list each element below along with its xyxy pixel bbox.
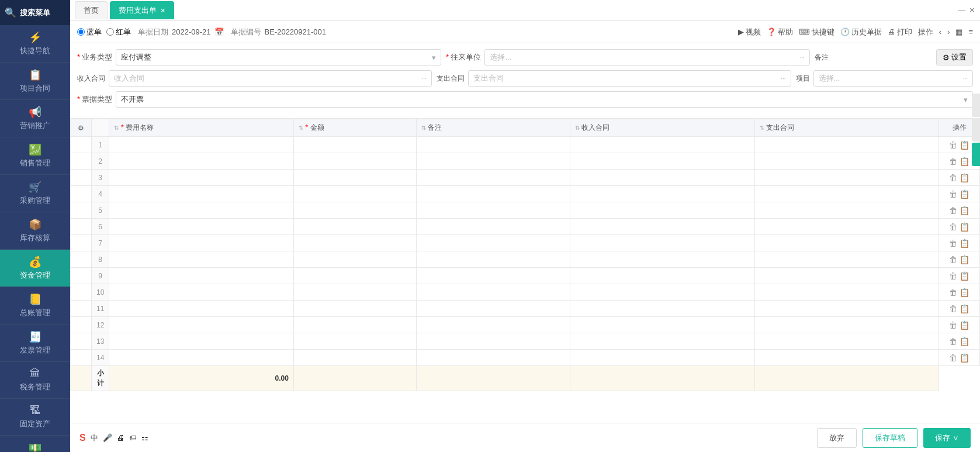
row-amount-9[interactable] [293,268,416,284]
draft-button[interactable]: 保存草稿 [863,428,917,448]
col-amount[interactable]: ⇅ * 金额 [293,119,416,137]
invoice-type-input[interactable]: 不开票 ▾ [116,91,973,108]
mic-icon[interactable]: 🎤 [103,433,112,442]
row-name-2[interactable] [109,153,293,170]
row-income-2[interactable] [570,153,754,170]
row-expense-11[interactable] [754,301,939,317]
row-name-12[interactable] [109,317,293,333]
row-amount-11[interactable] [293,301,416,317]
row-expense-4[interactable] [754,186,939,202]
row-amount-10[interactable] [293,284,416,301]
sidebar-item-project-contract[interactable]: 📋 项目合同 [0,63,70,100]
row-name-11[interactable] [109,301,293,317]
row-delete-8[interactable]: 🗑 [949,255,957,264]
row-name-7[interactable] [109,235,293,251]
row-note-5[interactable] [417,202,570,219]
sidebar-item-purchase[interactable]: 🛒 采购管理 [0,175,70,212]
row-note-14[interactable] [417,350,570,366]
shortcut-btn[interactable]: ⌨ 快捷键 [799,27,834,37]
row-amount-4[interactable] [293,186,416,202]
row-copy-14[interactable]: 📋 [960,353,969,363]
save-button[interactable]: 保存 ∨ [923,428,971,448]
row-expense-1[interactable] [754,137,939,153]
row-expense-12[interactable] [754,317,939,333]
calendar-icon[interactable]: 📅 [214,27,224,36]
project-input[interactable]: 选择... ··· [813,70,973,87]
target-icon[interactable]: 🏷 [129,433,137,442]
row-delete-3[interactable]: 🗑 [949,173,957,182]
row-name-5[interactable] [109,202,293,219]
list-view-btn[interactable]: ≡ [968,27,973,36]
row-note-12[interactable] [417,317,570,333]
row-expense-10[interactable] [754,284,939,301]
sidebar-item-fixed-assets[interactable]: 🏗 固定资产 [0,399,70,436]
row-copy-2[interactable]: 📋 [960,157,969,166]
row-expense-14[interactable] [754,350,939,366]
edge-tab-2[interactable] [972,118,980,142]
edge-tab-green[interactable] [972,143,980,166]
row-note-3[interactable] [417,170,570,186]
income-contract-input[interactable]: 收入合同 ··· [109,70,432,87]
radio-red[interactable]: 红单 [106,27,131,37]
row-expense-13[interactable] [754,333,939,350]
window-close[interactable]: ✕ [969,6,975,15]
row-amount-5[interactable] [293,202,416,219]
row-note-7[interactable] [417,235,570,251]
row-delete-9[interactable]: 🗑 [949,271,957,281]
row-expense-3[interactable] [754,170,939,186]
col-income-contract[interactable]: ⇅ 收入合同 [570,119,754,137]
row-name-6[interactable] [109,219,293,235]
row-income-12[interactable] [570,317,754,333]
row-name-3[interactable] [109,170,293,186]
row-delete-12[interactable]: 🗑 [949,320,957,330]
row-delete-6[interactable]: 🗑 [949,222,957,232]
row-copy-1[interactable]: 📋 [960,140,969,150]
row-delete-7[interactable]: 🗑 [949,239,957,248]
row-delete-10[interactable]: 🗑 [949,288,957,297]
row-delete-14[interactable]: 🗑 [949,353,957,363]
business-type-input[interactable]: 应付调整 ▾ [116,49,441,65]
print-btn[interactable]: 🖨 打印 [888,27,912,37]
row-copy-12[interactable]: 📋 [960,320,969,330]
row-amount-12[interactable] [293,317,416,333]
row-note-8[interactable] [417,251,570,268]
row-note-6[interactable] [417,219,570,235]
row-income-6[interactable] [570,219,754,235]
row-income-5[interactable] [570,202,754,219]
sidebar-item-salary[interactable]: 💵 工资 [0,436,70,452]
video-btn[interactable]: ▶ 视频 [738,27,761,37]
col-expense-contract[interactable]: ⇅ 支出合同 [754,119,939,137]
row-copy-5[interactable]: 📋 [960,206,969,215]
row-name-1[interactable] [109,137,293,153]
row-expense-5[interactable] [754,202,939,219]
sidebar-item-invoice[interactable]: 🧾 发票管理 [0,325,70,362]
sidebar-item-sales[interactable]: 💹 销售管理 [0,137,70,175]
radio-red-input[interactable] [106,28,114,36]
row-expense-7[interactable] [754,235,939,251]
sidebar-item-finance[interactable]: 💰 资金管理 [0,250,70,287]
row-copy-8[interactable]: 📋 [960,255,969,264]
row-note-1[interactable] [417,137,570,153]
edge-tab-1[interactable] [972,94,980,117]
row-income-3[interactable] [570,170,754,186]
row-copy-10[interactable]: 📋 [960,288,969,297]
row-copy-3[interactable]: 📋 [960,173,969,182]
row-income-13[interactable] [570,333,754,350]
row-delete-1[interactable]: 🗑 [949,140,957,150]
nav-next[interactable]: › [947,27,950,36]
row-amount-13[interactable] [293,333,416,350]
row-note-10[interactable] [417,284,570,301]
row-amount-7[interactable] [293,235,416,251]
col-note[interactable]: ⇅ 备注 [417,119,570,137]
row-name-13[interactable] [109,333,293,350]
radio-blue[interactable]: 蓝单 [77,27,102,37]
row-income-11[interactable] [570,301,754,317]
print2-icon[interactable]: 🖨 [117,433,124,442]
row-name-10[interactable] [109,284,293,301]
row-copy-13[interactable]: 📋 [960,337,969,346]
nav-prev[interactable]: ‹ [939,27,941,36]
row-expense-6[interactable] [754,219,939,235]
sidebar-item-inventory[interactable]: 📦 库存核算 [0,212,70,250]
row-amount-1[interactable] [293,137,416,153]
row-note-4[interactable] [417,186,570,202]
